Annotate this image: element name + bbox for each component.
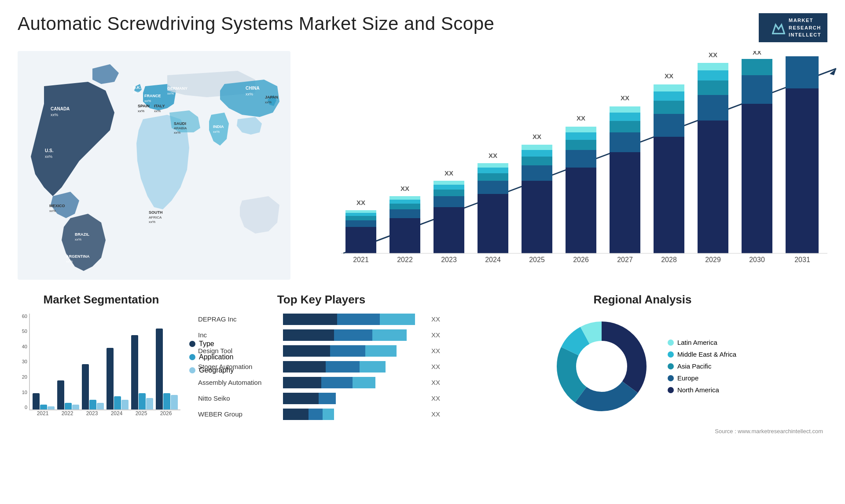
svg-text:xx%: xx% — [138, 109, 144, 113]
legend-mea: Middle East & Africa — [668, 351, 736, 358]
bar-group-2025 — [131, 335, 153, 409]
player-bar — [283, 314, 425, 325]
player-value: XX — [431, 331, 445, 339]
svg-rect-54 — [478, 194, 508, 253]
bar-geo — [72, 405, 79, 409]
svg-rect-37 — [345, 220, 376, 227]
bar-group-2023 — [82, 364, 104, 409]
player-bar — [283, 345, 425, 357]
svg-text:XX: XX — [445, 169, 453, 177]
bar-app — [40, 405, 47, 409]
growth-chart-svg: XX XX XX — [317, 51, 845, 280]
player-bar — [283, 329, 425, 341]
svg-text:2024: 2024 — [485, 256, 501, 263]
svg-rect-73 — [610, 132, 640, 152]
svg-rect-80 — [654, 101, 684, 114]
player-value: XX — [431, 347, 445, 354]
svg-text:2031: 2031 — [794, 256, 810, 263]
svg-text:2029: 2029 — [705, 256, 721, 263]
legend-dot-geo — [189, 367, 195, 373]
top-players: Top Key Players DEPRAG Inc XX Inc — [198, 293, 445, 424]
svg-rect-43 — [389, 209, 420, 218]
svg-text:SPAIN: SPAIN — [138, 104, 150, 108]
player-value: XX — [431, 410, 445, 418]
player-row-assembly: Assembly Automation XX — [198, 377, 445, 388]
player-name: Inc — [198, 331, 279, 339]
svg-rect-50 — [434, 190, 464, 196]
bar-geo — [171, 395, 178, 409]
svg-text:2027: 2027 — [617, 256, 633, 263]
logo: MARKET RESEARCH INTELLECT — [759, 13, 827, 42]
player-row-weber: WEBER Group XX — [198, 409, 445, 420]
bar-type — [33, 393, 40, 409]
bar-group-2021 — [33, 393, 55, 409]
player-bar — [283, 393, 425, 404]
bar-geo — [146, 398, 153, 409]
svg-text:XX: XX — [577, 114, 585, 122]
bar-geo — [121, 400, 129, 409]
svg-text:xx%: xx% — [133, 91, 140, 95]
svg-marker-0 — [773, 25, 785, 33]
svg-rect-84 — [698, 121, 728, 253]
svg-rect-57 — [478, 168, 508, 173]
svg-text:xx%: xx% — [246, 92, 253, 96]
legend-dot-latin — [668, 340, 674, 346]
svg-text:2025: 2025 — [529, 256, 545, 263]
world-map: CANADA xx% U.S. xx% MEXICO xx% BRAZIL xx… — [18, 51, 290, 289]
svg-rect-52 — [434, 181, 464, 185]
svg-text:xx%: xx% — [51, 113, 58, 117]
player-name: DEPRAG Inc — [198, 315, 279, 323]
svg-rect-42 — [389, 218, 420, 253]
svg-rect-94 — [786, 88, 819, 253]
player-bar — [283, 377, 425, 388]
svg-rect-60 — [522, 181, 552, 253]
player-name: Nitto Seiko — [198, 394, 279, 402]
legend-europe: Europe — [668, 374, 736, 382]
svg-text:2028: 2028 — [661, 256, 677, 263]
map-svg: CANADA xx% U.S. xx% MEXICO xx% BRAZIL xx… — [18, 51, 290, 280]
logo-text: MARKET RESEARCH INTELLECT — [789, 17, 821, 39]
svg-text:xx%: xx% — [144, 99, 151, 103]
svg-rect-68 — [566, 140, 596, 150]
svg-rect-69 — [566, 132, 596, 140]
svg-text:XX: XX — [400, 185, 409, 192]
bar-group-2022 — [57, 380, 79, 409]
svg-text:U.S.: U.S. — [45, 148, 54, 153]
svg-rect-75 — [610, 113, 640, 121]
player-name: Assembly Automation — [198, 379, 279, 386]
svg-text:xx%: xx% — [75, 237, 81, 241]
bar-group-2026 — [156, 329, 178, 409]
source-text: Source : www.marketresearchintellect.com — [18, 428, 827, 435]
svg-rect-56 — [478, 173, 508, 181]
svg-rect-46 — [389, 196, 420, 200]
svg-text:2030: 2030 — [749, 256, 765, 263]
bar-app — [139, 393, 146, 409]
donut-area: Latin America Middle East & Africa Asia … — [458, 314, 827, 419]
player-row-nitto: Nitto Seiko XX — [198, 393, 445, 404]
growth-chart-section: XX XX XX — [299, 51, 845, 289]
svg-text:xx%: xx% — [49, 209, 56, 213]
svg-rect-38 — [345, 216, 376, 220]
legend-dot-mea — [668, 351, 674, 358]
regional-title: Regional Analysis — [458, 293, 827, 307]
svg-rect-64 — [522, 145, 552, 150]
svg-rect-48 — [434, 207, 464, 253]
bar-app — [65, 403, 72, 409]
svg-text:ARGENTINA: ARGENTINA — [66, 254, 90, 259]
svg-rect-86 — [698, 80, 728, 95]
bar-type — [131, 335, 138, 409]
svg-rect-44 — [389, 204, 420, 209]
bottom-section: Market Segmentation 60 50 40 30 20 10 0 — [18, 293, 827, 424]
svg-text:GERMANY: GERMANY — [167, 86, 187, 91]
player-name: Stoger Automation — [198, 363, 279, 370]
player-value: XX — [431, 315, 445, 323]
legend-dot-app — [189, 354, 195, 360]
legend-dot-type — [189, 341, 195, 347]
svg-text:SOUTH: SOUTH — [149, 210, 163, 215]
svg-text:xx%: xx% — [45, 154, 52, 159]
svg-rect-76 — [610, 106, 640, 113]
player-row-deprag: DEPRAG Inc XX — [198, 314, 445, 325]
svg-text:INDIA: INDIA — [213, 124, 224, 129]
svg-rect-74 — [610, 121, 640, 132]
svg-text:XX: XX — [489, 152, 497, 159]
